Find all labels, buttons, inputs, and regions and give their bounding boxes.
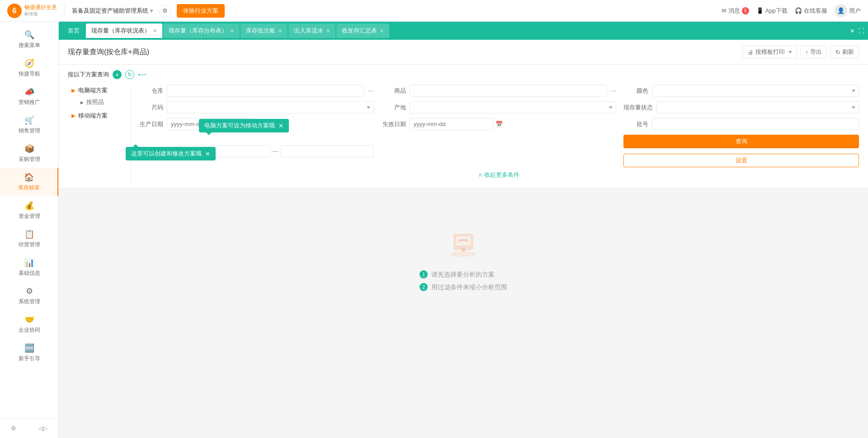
inventory-status-select[interactable] [656,101,859,113]
field-row-color: 颜色 [623,85,859,97]
print-dropdown-icon [788,51,792,53]
search-btns: 查询 设置 [623,135,859,167]
app-download-btn[interactable]: 📱 App下载 [756,7,788,15]
scheme-item-by-product[interactable]: ▸ 按照品 [77,96,125,108]
sidebar-item-quicknav[interactable]: 🧭 快捷导航 [0,54,58,82]
sidebar-item-system[interactable]: ⚙ 系统管理 [0,282,58,310]
sidebar-item-basic[interactable]: 📊 基础信息 [0,253,58,282]
origin-select[interactable] [410,101,617,113]
sales-icon: 🛒 [24,115,34,125]
empty-steps: 1 请先选择要分析的方案 2 用过滤条件来缩小分析范围 [420,268,507,293]
basic-icon: 📊 [24,258,34,268]
scheme-group-mobile: ▶ 移动端方案 [68,110,125,122]
sidebar: 🔍 搜索菜单 🧭 快捷导航 📣 营销推广 🛒 销售管理 📦 采购管 [0,22,59,438]
tab-in-out-flow[interactable]: 出入库流水 ✕ [288,24,335,38]
scheme-group-mobile-label: 移动端方案 [78,112,108,120]
system-dropdown-icon[interactable]: ▾ [150,7,153,14]
filter-label: 按以下方案查询 [68,71,109,79]
sidebar-item-marketing[interactable]: 📣 营销推广 [0,82,58,111]
industry-btn[interactable]: 体验行业方案 [177,4,225,18]
filter-collapse-btn[interactable]: ∧ 收起更多条件 [138,167,859,183]
empty-cell [381,135,617,167]
field-row-goods: 商品 ··· [381,85,617,97]
tab-close-receive-send[interactable]: ✕ [380,28,384,34]
svg-point-3 [462,248,465,252]
tab-close-all[interactable]: ✕ [850,28,855,34]
field-row-expiry-date: 失效日期 📅 [381,118,617,130]
tab-home[interactable]: 首页 [62,24,85,38]
search-btn[interactable]: 查询 [623,135,859,148]
tab-batch-ledger[interactable]: 库存批次账 ✕ [241,24,288,38]
inventory-icon: 🏠 [24,172,34,182]
compass-icon: 🧭 [24,58,34,68]
expiry-date-calendar-icon[interactable]: 📅 [495,121,503,127]
refresh-btn[interactable]: ↻ 刷新 [830,45,859,59]
batch-no-input[interactable] [652,118,859,130]
headset-icon: 🎧 [795,7,802,14]
inventory-range-sep: — [273,148,278,155]
step-num-2: 2 [420,283,428,291]
sidebar-item-sales[interactable]: 🛒 销售管理 [0,111,58,139]
export-btn[interactable]: ↑ 导出 [801,45,827,59]
sidebar-settings-btn[interactable]: ⚙ [8,422,19,434]
message-btn[interactable]: ✉ 消息 6 [722,7,749,15]
phone-icon: 📱 [756,7,764,14]
sidebar-item-purchase[interactable]: 📦 采购管理 [0,139,58,168]
page-actions: 🖨 按模板打印 ↑ 导出 ↻ 刷新 [743,45,859,59]
sidebar-item-search[interactable]: 🔍 搜索菜单 [0,25,58,54]
page-content: 现存量查询(按仓库+商品) 🖨 按模板打印 ↑ 导出 ↻ [59,40,868,438]
settings-button[interactable]: ⚙ [159,5,171,17]
sidebar-item-enterprise[interactable]: 🤝 企业协同 [0,310,58,339]
tooltip-create-scheme: 这里可以创建和修改方案哦 ✕ [126,147,216,160]
inventory-main-to[interactable] [280,145,374,157]
scheme-group-pc-header[interactable]: ▶ 电脑端方案 [68,85,125,96]
empty-state: 1 请先选择要分析的方案 2 用过滤条件来缩小分析范围 [59,188,868,330]
sidebar-menu: 🔍 搜索菜单 🧭 快捷导航 📣 营销推广 🛒 销售管理 📦 采购管 [0,22,58,418]
filter-arrow-btn[interactable]: ⟵ [138,70,147,79]
tab-close-batch-ledger[interactable]: ✕ [278,28,282,34]
expiry-date-input[interactable] [410,118,494,130]
brand-name: 畅捷通好生意 [24,4,57,11]
user-menu-btn[interactable]: 👤 用户 [835,5,861,17]
svg-point-0 [451,251,476,257]
warehouse-input[interactable] [167,85,364,97]
warehouse-control [167,85,364,97]
online-support-btn[interactable]: 🎧 在线客服 [795,7,827,15]
sidebar-item-finance[interactable]: 💰 资金管理 [0,196,58,225]
scheme-children-pc: ▸ 按照品 [68,96,125,108]
tab-close-in-out-flow[interactable]: ✕ [326,28,330,34]
system-name: 装备及固定资产辅助管理系统 ▾ [72,7,153,15]
tab-close-inventory-status[interactable]: ✕ [153,28,157,34]
scheme-group-mobile-header[interactable]: ▶ 移动端方案 [68,110,125,122]
goods-input[interactable] [410,85,607,97]
tab-inventory-dist[interactable]: 现存量（库存分布表） ✕ [163,24,240,38]
tab-close-inventory-dist[interactable]: ✕ [230,28,234,34]
empty-step-1: 1 请先选择要分析的方案 [420,268,507,281]
expiry-date-range: 📅 [410,118,503,130]
color-select[interactable] [652,85,859,97]
sidebar-item-inventory[interactable]: 🏠 库存核算 [0,168,58,196]
filter-refresh-btn[interactable]: ↻ [125,70,134,79]
warehouse-more-icon[interactable]: ··· [368,87,373,95]
size-select[interactable] [167,101,374,113]
tab-receive-send[interactable]: 收发存汇总表 ✕ [336,24,389,38]
export-icon: ↑ [806,49,809,56]
tooltip-pc-close[interactable]: ✕ [278,122,283,129]
tab-fullscreen[interactable]: ⛶ [859,28,864,34]
print-btn[interactable]: 🖨 按模板打印 [743,45,797,59]
sidebar-collapse-btn[interactable]: ◁▷ [36,422,50,434]
search-icon: 🔍 [24,30,34,40]
reset-btn[interactable]: 设置 [623,154,859,167]
filter-add-btn[interactable]: + [113,70,122,79]
sidebar-item-guide[interactable]: 🆕 新手引导 [0,339,58,367]
filter-fields: 仓库 ··· 商品 [138,85,859,183]
tooltip-create-close[interactable]: ✕ [205,151,210,157]
print-icon: 🖨 [748,49,754,56]
chevron-right-icon: ▶ [71,87,75,94]
tab-inventory-status[interactable]: 现存量（库存状况表） ✕ [86,24,162,38]
empty-illustration [445,225,481,261]
step-num-1: 1 [420,270,428,278]
goods-more-icon[interactable]: ··· [610,87,616,95]
sidebar-item-operations[interactable]: 📋 经营管理 [0,225,58,253]
field-row-inventory-status: 现存量状态 [623,101,859,113]
